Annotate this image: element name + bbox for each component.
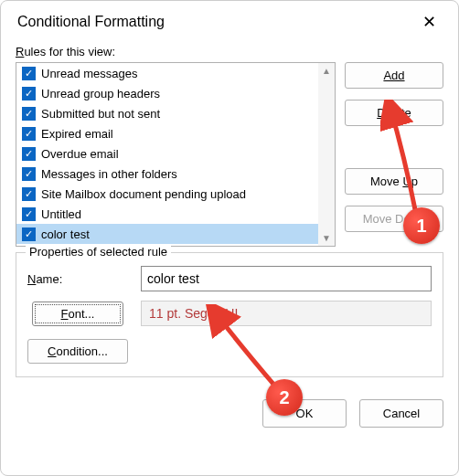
checkbox-icon[interactable]: ✓	[22, 127, 36, 141]
rule-label: Messages in other folders	[41, 167, 177, 181]
rule-label: Untitled	[41, 207, 81, 221]
checkbox-icon[interactable]: ✓	[22, 147, 36, 161]
properties-title: Properties of selected rule	[26, 245, 171, 259]
name-input[interactable]	[141, 266, 432, 291]
delete-button[interactable]: Delete	[345, 100, 443, 126]
scroll-down-icon[interactable]: ▼	[322, 230, 331, 246]
rule-item[interactable]: ✓Unread group headers	[16, 83, 318, 103]
rules-listbox[interactable]: ✓Unread messages✓Unread group headers✓Su…	[16, 62, 336, 247]
rule-item[interactable]: ✓Submitted but not sent	[16, 103, 318, 123]
checkbox-icon[interactable]: ✓	[22, 107, 36, 121]
condition-button[interactable]: Condition...	[27, 339, 128, 364]
rule-item[interactable]: ✓Site Mailbox document pending upload	[16, 184, 318, 204]
rules-row: ✓Unread messages✓Unread group headers✓Su…	[16, 62, 443, 247]
move-down-button: Move Down	[345, 206, 443, 232]
checkbox-icon[interactable]: ✓	[22, 167, 36, 181]
rule-label: Unread messages	[41, 67, 138, 80]
cancel-button[interactable]: Cancel	[359, 399, 443, 428]
close-icon[interactable]: ✕	[413, 10, 445, 34]
name-row: Name:	[27, 266, 432, 291]
checkbox-icon[interactable]: ✓	[22, 67, 36, 80]
font-preview: 11 pt. Segoe UI	[141, 301, 432, 326]
rule-item[interactable]: ✓Messages in other folders	[16, 164, 318, 184]
rule-label: Expired email	[41, 127, 113, 141]
titlebar: Conditional Formatting ✕	[1, 1, 458, 39]
ok-button[interactable]: OK	[262, 399, 347, 428]
move-up-button[interactable]: Move Up	[345, 168, 443, 195]
rule-label: Unread group headers	[41, 87, 160, 100]
rules-label: Rules for this view:	[16, 45, 443, 58]
checkbox-icon[interactable]: ✓	[22, 207, 36, 221]
font-button[interactable]: Font...	[32, 301, 123, 326]
checkbox-icon[interactable]: ✓	[22, 87, 36, 100]
checkbox-icon[interactable]: ✓	[22, 187, 36, 201]
dialog-title: Conditional Formatting	[17, 14, 165, 30]
properties-group: Properties of selected rule Name: Font..…	[16, 252, 443, 377]
scroll-up-icon[interactable]: ▲	[322, 63, 331, 79]
rule-item[interactable]: ✓Unread messages	[16, 63, 318, 83]
add-button[interactable]: Add	[345, 62, 443, 89]
rule-item[interactable]: ✓color test	[16, 224, 318, 244]
dialog-content: Rules for this view: ✓Unread messages✓Un…	[1, 39, 458, 386]
rule-label: Site Mailbox document pending upload	[41, 187, 246, 201]
rule-item[interactable]: ✓Overdue email	[16, 143, 318, 164]
rule-label: Overdue email	[41, 147, 119, 161]
side-buttons: Add Delete Move Up Move Down	[345, 62, 443, 247]
scrollbar[interactable]: ▲ ▼	[318, 63, 335, 246]
name-label: Name:	[27, 272, 128, 286]
rule-label: color test	[41, 227, 90, 241]
checkbox-icon[interactable]: ✓	[22, 227, 36, 241]
rule-label: Submitted but not sent	[41, 107, 160, 121]
font-row: Font... 11 pt. Segoe UI	[27, 301, 432, 326]
footer: OK Cancel	[1, 386, 458, 428]
rule-item[interactable]: ✓Untitled	[16, 204, 318, 224]
rule-item[interactable]: ✓Expired email	[16, 123, 318, 143]
